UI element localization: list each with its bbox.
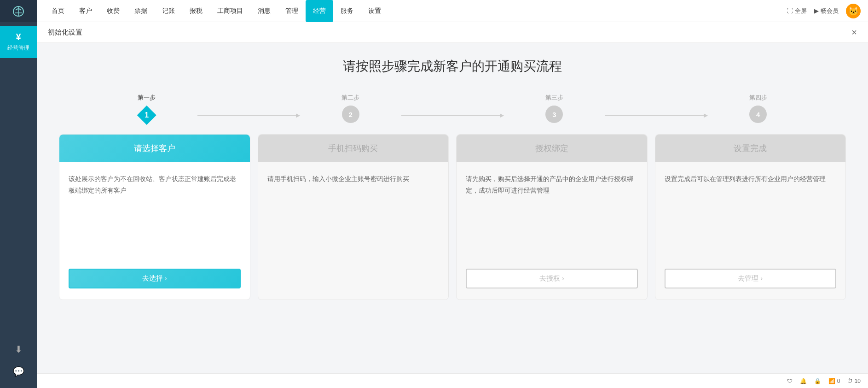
connector-1-2: ▶	[197, 112, 299, 118]
card-2-header: 手机扫码购买	[258, 135, 449, 162]
card-3-header: 授权绑定	[457, 135, 647, 162]
steps-visual-row: 第一步 1 ▶ 第二步 2 ▶ 第三步 3	[59, 94, 846, 125]
cards-row: 请选择客户 该处展示的客户为不在回收站、客户状态正常建账后完成老板端绑定的所有客…	[59, 134, 846, 300]
bell-icon: 🔔	[800, 378, 807, 384]
page-header: 初始化设置 ×	[37, 22, 868, 43]
sidebar-bottom: ⬇ 💬	[9, 340, 28, 388]
nav-right: ⛶ 全屏 ▶ 畅会员 🐱	[787, 4, 861, 18]
sidebar-item-label: 经营管理	[7, 44, 29, 52]
content-area: 请按照步骤完成新客户的开通购买流程 第一步 1 ▶ 第二步 2 ▶	[37, 43, 868, 311]
nav-gongshang[interactable]: 工商项目	[210, 0, 250, 22]
fullscreen-btn[interactable]: ⛶ 全屏	[787, 7, 807, 15]
step-3-visual: 第三步 3	[503, 94, 605, 123]
top-nav: 首页 客户 收费 票据 记账 报税 工商项目 消息 管理 经营 服务 设置 ⛶ …	[37, 0, 868, 22]
play-icon: ▶	[814, 7, 819, 14]
nav-shezhi[interactable]: 设置	[361, 0, 388, 22]
nav-fuwu[interactable]: 服务	[333, 0, 361, 22]
step-4-visual: 第四步 4	[707, 94, 809, 123]
card-3-footer: 去授权 ›	[457, 269, 647, 288]
chat-icon[interactable]: 💬	[9, 362, 28, 381]
lock-icon: 🔒	[814, 378, 821, 384]
vip-btn[interactable]: ▶ 畅会员	[814, 7, 839, 15]
step-2-label: 第二步	[341, 94, 359, 102]
connector-2-3: ▶	[401, 112, 503, 118]
step-1-circle: 1	[137, 106, 156, 125]
sidebar-item-jingying[interactable]: ¥ 经营管理	[0, 26, 37, 58]
nav-jingying[interactable]: 经营	[306, 0, 333, 22]
step-card-3: 授权绑定 请先购买，购买后选择开通的产品中的企业用户进行授权绑定，成功后即可进行…	[456, 134, 648, 300]
main-heading: 请按照步骤完成新客户的开通购买流程	[59, 58, 846, 75]
step-3-label: 第三步	[545, 94, 563, 102]
nav-piaoju[interactable]: 票据	[127, 0, 155, 22]
card-1-body: 该处展示的客户为不在回收站、客户状态正常建账后完成老板端绑定的所有客户	[59, 170, 250, 269]
timer-icon: ⏱ 10	[847, 378, 861, 384]
nav-kehu[interactable]: 客户	[72, 0, 99, 22]
shield-icon: 🛡	[787, 378, 793, 384]
step-card-2: 手机扫码购买 请用手机扫码，输入小微企业主账号密码进行购买	[258, 134, 449, 300]
card-3-body: 请先购买，购买后选择开通的产品中的企业用户进行授权绑定，成功后即可进行经营管理	[457, 170, 647, 269]
card-1-header: 请选择客户	[59, 135, 250, 162]
card-3-btn[interactable]: 去授权 ›	[466, 269, 638, 288]
status-bar-right: 🛡 🔔 🔒 📶 0 ⏱ 10	[787, 378, 861, 384]
step-4-label: 第四步	[749, 94, 767, 102]
card-1-footer: 去选择 ›	[59, 269, 250, 288]
close-button[interactable]: ×	[851, 28, 857, 37]
card-4-footer: 去管理 ›	[655, 269, 846, 288]
page-title: 初始化设置	[48, 28, 82, 37]
avatar[interactable]: 🐱	[846, 4, 861, 18]
sidebar: ¥ 经营管理 ⬇ 💬	[0, 0, 37, 388]
nav-jizhang[interactable]: 记账	[155, 0, 182, 22]
card-1-btn[interactable]: 去选择 ›	[69, 269, 241, 288]
card-4-btn[interactable]: 去管理 ›	[665, 269, 837, 288]
signal-icon: 📶 0	[828, 378, 840, 384]
status-bar: ▶ 完成 🛡 🔔 🔒 📶 0 ⏱ 10	[0, 373, 868, 388]
fullscreen-icon: ⛶	[787, 7, 793, 14]
nav-baoshui[interactable]: 报税	[182, 0, 210, 22]
step-3-circle: 3	[545, 106, 563, 123]
card-2-body: 请用手机扫码，输入小微企业主账号密码进行购买	[258, 170, 449, 288]
nav-home[interactable]: 首页	[44, 0, 72, 22]
step-card-4: 设置完成 设置完成后可以在管理列表进行所有企业用户的经营管理 去管理 ›	[655, 134, 846, 300]
download-icon[interactable]: ⬇	[9, 340, 28, 359]
step-2-circle: 2	[342, 106, 359, 123]
step-1-visual: 第一步 1	[96, 94, 197, 125]
yen-icon: ¥	[16, 32, 21, 42]
connector-3-4: ▶	[605, 112, 707, 118]
sidebar-logo[interactable]	[0, 0, 37, 22]
nav-guanli[interactable]: 管理	[278, 0, 306, 22]
nav-shoufei[interactable]: 收费	[99, 0, 127, 22]
step-4-circle: 4	[749, 106, 767, 123]
card-4-body: 设置完成后可以在管理列表进行所有企业用户的经营管理	[655, 170, 846, 269]
step-1-label: 第一步	[138, 94, 156, 102]
step-card-1: 请选择客户 该处展示的客户为不在回收站、客户状态正常建账后完成老板端绑定的所有客…	[59, 134, 250, 300]
main-content: 初始化设置 × 请按照步骤完成新客户的开通购买流程 第一步 1 ▶ 第二步 2	[37, 22, 868, 373]
card-4-header: 设置完成	[655, 135, 846, 162]
step-2-visual: 第二步 2	[300, 94, 401, 123]
nav-xiaoxi[interactable]: 消息	[250, 0, 278, 22]
